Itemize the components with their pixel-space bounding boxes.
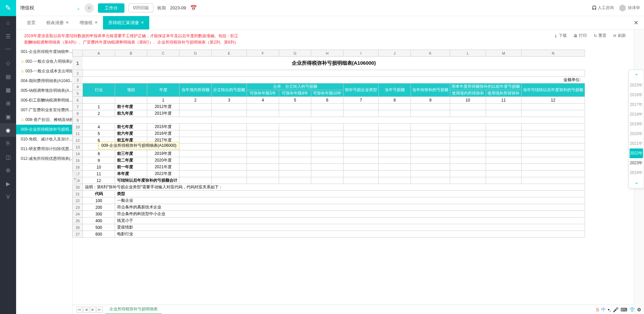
warn-icon: ⚠ <box>21 59 24 64</box>
consult-link[interactable]: 🎧 人工咨询 <box>592 5 614 11</box>
period-label: 账期 <box>157 5 166 11</box>
collapse-handle[interactable]: ◂ <box>72 172 77 185</box>
year-item[interactable]: 2018年 <box>629 110 644 119</box>
warn-icon: ⚠ <box>21 118 24 122</box>
year-item[interactable]: 2015年 <box>629 80 644 90</box>
topbar: 增值税 ⌄ ≡ 工作台 切到旧版 账期 2023-09 📅 🎧 人工咨询 徐泽华 <box>16 0 644 16</box>
left-nav: ✎ ⌂ ☰ 〰 ◇ ▤ ▦ ⊞ ▣ ◉ ⎘ ◫ ⚙ ▶ V <box>0 0 16 314</box>
avatar-icon <box>619 5 626 11</box>
tab-close-icon[interactable]: ✕ <box>66 20 69 25</box>
year-up-icon[interactable]: ⌃ <box>629 71 644 80</box>
report-item[interactable]: 011-研发费用加计扣除优惠... <box>16 144 72 154</box>
calendar-icon[interactable]: 📅 <box>190 5 197 11</box>
app-logo: ✎ <box>0 0 16 16</box>
round-button[interactable]: ≡ <box>85 3 94 13</box>
sheet-nav-last[interactable]: ⏭ <box>97 307 103 313</box>
spreadsheet-grid[interactable]: ABCDEFGHIJKLMN1企业所得税弥补亏损明细表(A106000)23金额… <box>72 50 634 305</box>
close-all-tabs[interactable]: ✕ <box>634 19 639 26</box>
year-panel: ⌃ 2015年2016年2017年2018年2019年2020年2021年202… <box>629 70 644 188</box>
nav-icon-4[interactable]: ◇ <box>0 56 16 70</box>
print-button[interactable]: 🖶 打印 <box>574 33 587 39</box>
report-item[interactable]: 004-期间费用明细表(A1040... <box>16 76 72 86</box>
reset-button[interactable]: ↻ 重置 <box>594 33 606 39</box>
year-item[interactable]: 2019年 <box>629 119 644 129</box>
report-tooltip: 009-企业所得税弥补亏损明细表(A106000) <box>98 142 179 149</box>
nav-icon-8[interactable]: ▣ <box>0 110 16 123</box>
year-item[interactable]: 2022年 <box>630 148 643 158</box>
year-item[interactable]: 2024年 <box>629 168 644 178</box>
sheet-tab[interactable]: 企业所得税弥补亏损明细表 <box>105 305 162 314</box>
report-item[interactable]: 007-广告费和业务宣传费跨... <box>16 105 72 115</box>
report-item[interactable]: 005-纳税调整项目明细表(A... <box>16 86 72 96</box>
warn-icon: ⚠ <box>21 69 24 73</box>
nav-settings-icon[interactable]: ⚙ <box>0 164 16 177</box>
report-item[interactable]: 010-免税、减计收入及加计... <box>16 134 72 144</box>
chevron-down-icon: ⌄ <box>76 5 80 11</box>
user-menu[interactable]: 徐泽华 <box>619 5 640 11</box>
tab-所得税汇算清缴[interactable]: 所得税汇算清缴✕ <box>103 16 149 29</box>
sheet-nav-next[interactable]: ▶ <box>90 307 96 313</box>
warning-notice: 2019年度涉及取以前年度结转数据的申报表单元格需要手工维护正确，才能保证本年及… <box>24 33 239 46</box>
nav-icon-5[interactable]: ▤ <box>0 70 16 83</box>
nav-icon-3[interactable]: 〰 <box>0 43 16 56</box>
nav-icon-13[interactable]: ▶ <box>0 177 16 190</box>
year-item[interactable]: 2016年 <box>629 90 644 100</box>
report-list: 001-企业所得税年度纳税申...⚠002-一般企业收入明细表(A...⚠003… <box>16 29 72 314</box>
report-item[interactable]: ⚠003-一般企业成本支出明细... <box>16 66 72 76</box>
nav-home-icon[interactable]: ⌂ <box>0 16 16 29</box>
year-item[interactable]: 2017年 <box>629 100 644 110</box>
year-down-icon[interactable]: ⌄ <box>629 178 644 187</box>
nav-icon-7[interactable]: ⊞ <box>0 97 16 110</box>
sheet-nav-prev[interactable]: ◀ <box>83 307 89 313</box>
report-item[interactable]: 006-职工薪酬纳税调整明细... <box>16 96 72 105</box>
switch-old-button[interactable]: 切到旧版 <box>128 3 153 12</box>
nav-icon-tax[interactable]: ◉ <box>0 123 16 137</box>
nav-icon-10[interactable]: ⎘ <box>0 137 16 150</box>
nav-icon-11[interactable]: ◫ <box>0 150 16 164</box>
refresh-button[interactable]: ⟳ 刷新 <box>613 33 626 39</box>
sheet-tab-bar: ⏮ ◀ ▶ ⏭ 企业所得税弥补亏损明细表 <box>72 305 634 314</box>
report-item[interactable]: ⚠008-资产折旧、摊销及纳税... <box>16 115 72 125</box>
period-value[interactable]: 2023-09 <box>170 5 186 10</box>
nav-icon-6[interactable]: ▦ <box>0 83 16 97</box>
report-item[interactable]: 009-企业所得税弥补亏损明... <box>16 125 72 134</box>
year-item[interactable]: 2021年 <box>629 139 644 148</box>
report-item[interactable]: ⚠002-一般企业收入明细表(A... <box>16 57 72 66</box>
report-item[interactable]: 012-减免所得税优惠明细表(... <box>16 154 72 164</box>
sheet-nav-first[interactable]: ⏮ <box>76 307 83 313</box>
tax-type-dropdown[interactable]: 增值税 ⌄ <box>20 5 80 11</box>
ime-toolbar: S中•,🎤⌨👕⚙ <box>596 307 641 313</box>
nav-icon-2[interactable]: ☰ <box>0 29 16 43</box>
nav-icon-14[interactable]: V <box>0 190 16 204</box>
tab-首页[interactable]: 首页 <box>21 16 41 29</box>
tab-close-icon[interactable]: ✕ <box>95 20 98 25</box>
tab-增值税[interactable]: 增值税✕ <box>74 16 103 29</box>
download-button[interactable]: ⤓ 下载 <box>554 33 567 39</box>
workbench-button[interactable]: 工作台 <box>98 3 124 13</box>
tabbar: 首页税表清册✕增值税✕所得税汇算清缴✕ ✕ <box>16 16 644 29</box>
year-item[interactable]: 2020年 <box>629 129 644 139</box>
tab-税表清册[interactable]: 税表清册✕ <box>41 16 74 29</box>
year-item[interactable]: 2023年 <box>629 158 644 168</box>
tab-close-icon[interactable]: ✕ <box>141 20 144 25</box>
